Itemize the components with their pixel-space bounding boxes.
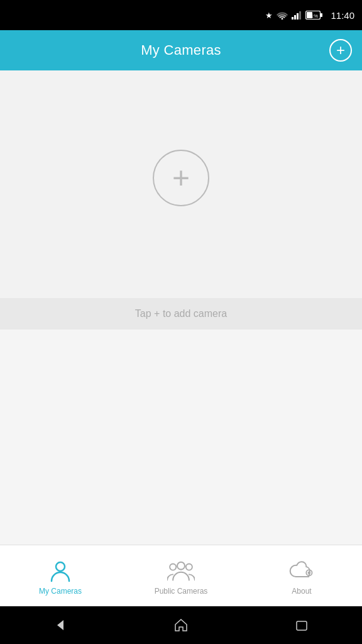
svg-point-11 xyxy=(177,562,185,569)
tab-about-label: About xyxy=(292,587,311,596)
hint-bar: Tap + to add camera xyxy=(0,298,362,330)
tab-public-cameras-label: Public Cameras xyxy=(155,587,208,596)
android-nav-bar xyxy=(0,606,362,644)
empty-state-area: + xyxy=(0,70,362,298)
tab-my-cameras[interactable]: My Cameras xyxy=(0,545,121,606)
bottom-navigation: My Cameras Public Cameras xyxy=(0,545,362,606)
svg-point-13 xyxy=(308,571,311,574)
svg-rect-15 xyxy=(297,621,307,630)
empty-bottom-area xyxy=(0,330,362,545)
back-button[interactable] xyxy=(48,613,73,638)
svg-rect-0 xyxy=(292,17,293,19)
status-icons: ★ 41% xyxy=(265,10,354,21)
status-bar: ★ 41% xyxy=(0,0,362,30)
svg-marker-14 xyxy=(57,620,63,630)
svg-text:41%: 41% xyxy=(308,13,318,19)
svg-rect-3 xyxy=(299,11,301,19)
svg-point-9 xyxy=(170,564,176,570)
home-button[interactable] xyxy=(168,613,194,638)
main-content: + Tap + to add camera xyxy=(0,70,362,545)
svg-point-8 xyxy=(56,562,65,571)
tab-public-cameras[interactable]: Public Cameras xyxy=(121,545,241,606)
toolbar: My Cameras + xyxy=(0,30,362,70)
about-icon xyxy=(288,557,315,584)
tab-about[interactable]: About xyxy=(241,545,362,606)
add-camera-button[interactable]: + xyxy=(329,39,352,62)
svg-rect-1 xyxy=(294,15,296,19)
page-title: My Cameras xyxy=(141,42,221,58)
my-cameras-icon xyxy=(47,557,74,584)
tab-my-cameras-label: My Cameras xyxy=(39,587,82,596)
wifi-icon xyxy=(277,11,288,19)
svg-rect-6 xyxy=(321,13,322,17)
public-cameras-icon xyxy=(167,557,195,584)
status-time: 11:40 xyxy=(331,10,354,21)
recent-button[interactable] xyxy=(289,613,314,638)
svg-point-10 xyxy=(186,564,192,570)
add-circle-button[interactable]: + xyxy=(153,150,209,206)
hint-text: Tap + to add camera xyxy=(135,308,227,319)
battery-indicator: 41% xyxy=(305,11,323,19)
star-icon: ★ xyxy=(265,11,273,20)
signal-icon xyxy=(292,11,302,19)
svg-rect-2 xyxy=(297,13,299,19)
